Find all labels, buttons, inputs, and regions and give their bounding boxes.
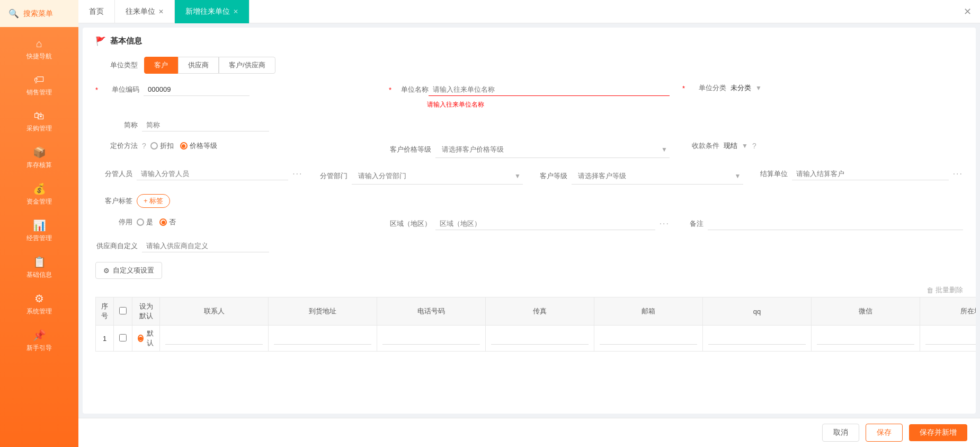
price-level-dropdown-icon[interactable]: ▼ xyxy=(661,146,667,153)
wechat-input[interactable] xyxy=(817,332,914,345)
save-button[interactable]: 保存 xyxy=(866,424,903,442)
sidebar-item-label: 基础信息 xyxy=(26,270,52,279)
batch-delete-label: 批量删除 xyxy=(936,285,963,295)
sales-icon: 🏷 xyxy=(34,74,44,86)
disable-group: 停用 是 否 xyxy=(95,217,376,227)
disable-yes[interactable]: 是 xyxy=(137,217,153,227)
tab-new-counterparty[interactable]: 新增往来单位 ✕ xyxy=(175,0,250,23)
system-icon: ⚙ xyxy=(34,292,44,305)
short-name-input[interactable] xyxy=(142,119,269,132)
contact-table: 序号 设为默认 联系人 到货地址 电话号码 传真 邮箱 qq 微信 所在地区 操… xyxy=(95,297,976,352)
phone-input[interactable] xyxy=(382,332,480,345)
dept-input[interactable] xyxy=(354,170,515,182)
customer-level-group: 客户等级 ▼ xyxy=(536,168,743,185)
payment-terms-dropdown-icon[interactable]: ▼ xyxy=(742,142,748,150)
unit-code-group: * 单位编码 xyxy=(95,83,376,96)
qq-input[interactable] xyxy=(708,332,806,345)
customer-level-label: 客户等级 xyxy=(536,171,567,181)
sidebar-item-system[interactable]: ⚙ 系统管理 xyxy=(0,286,78,322)
btn-customer-supplier[interactable]: 客户/供应商 xyxy=(219,57,275,74)
sidebar-item-finance[interactable]: 💰 资金管理 xyxy=(0,176,78,213)
tab-new-counterparty-close[interactable]: ✕ xyxy=(233,8,238,15)
sidebar-item-basic-info[interactable]: 📋 基础信息 xyxy=(0,249,78,286)
add-tag-button[interactable]: + 标签 xyxy=(137,194,170,208)
tab-counterparty[interactable]: 往来单位 ✕ xyxy=(115,0,175,23)
tab-counterparty-close[interactable]: ✕ xyxy=(158,8,164,15)
disable-label: 停用 xyxy=(95,217,132,227)
col-address: 到货地址 xyxy=(269,297,377,326)
email-input[interactable] xyxy=(600,332,697,345)
supplier-custom-input[interactable] xyxy=(142,240,269,252)
sidebar-item-inventory[interactable]: 📦 库存核算 xyxy=(0,139,78,176)
payment-terms-help-icon[interactable]: ? xyxy=(752,142,756,150)
dept-label: 分管部门 xyxy=(316,171,348,181)
default-radio[interactable]: 默认 xyxy=(138,329,154,348)
col-default: 设为默认 xyxy=(132,297,160,326)
customer-level-input[interactable] xyxy=(574,170,735,182)
sidebar-item-label: 新手引导 xyxy=(26,344,52,353)
unit-category-value: 未分类 xyxy=(730,83,751,93)
sidebar: 🔍 搜索菜单 ⌂ 快捷导航 🏷 销售管理 🛍 采购管理 📦 库存核算 💰 资金管… xyxy=(0,0,78,447)
customer-level-dropdown-icon[interactable]: ▼ xyxy=(735,172,741,180)
customer-level-select-wrap[interactable]: ▼ xyxy=(572,168,743,185)
sidebar-top: 🔍 搜索菜单 xyxy=(0,0,78,27)
settlement-input[interactable] xyxy=(792,168,949,180)
btn-supplier[interactable]: 供应商 xyxy=(178,57,219,74)
region-table-input[interactable] xyxy=(925,332,976,345)
dept-group: 分管部门 ▼ xyxy=(316,168,523,185)
sidebar-item-label: 经营管理 xyxy=(26,234,52,243)
settlement-more-icon[interactable]: ··· xyxy=(953,169,963,179)
finance-icon: 💰 xyxy=(33,182,46,195)
manager-input[interactable] xyxy=(137,168,288,180)
pricing-method-label: 定价方法 xyxy=(95,141,138,151)
disable-no-label: 否 xyxy=(169,217,176,227)
sidebar-item-home[interactable]: ⌂ 快捷导航 xyxy=(0,31,78,67)
form-row-tag: 客户标签 + 标签 xyxy=(95,194,963,208)
sidebar-item-operations[interactable]: 📊 经营管理 xyxy=(0,213,78,249)
custom-settings-button[interactable]: ⚙ 自定义项设置 xyxy=(95,262,162,279)
tab-counterparty-label: 往来单位 xyxy=(126,7,155,16)
default-label: 默认 xyxy=(146,329,154,348)
row-checkbox[interactable] xyxy=(119,334,127,341)
sidebar-item-guide[interactable]: 📌 新手引导 xyxy=(0,322,78,359)
sidebar-item-label: 库存核算 xyxy=(26,161,52,170)
pricing-help-icon[interactable]: ? xyxy=(142,142,146,150)
unit-code-input[interactable] xyxy=(144,83,250,96)
dept-dropdown-icon[interactable]: ▼ xyxy=(514,172,521,180)
remark-input[interactable] xyxy=(708,217,963,230)
sidebar-item-purchase[interactable]: 🛍 采购管理 xyxy=(0,103,78,139)
pricing-radio-group: 折扣 价格等级 xyxy=(150,141,217,151)
unit-name-input[interactable] xyxy=(429,83,670,96)
fax-input[interactable] xyxy=(491,332,589,345)
btn-customer[interactable]: 客户 xyxy=(144,57,178,74)
batch-delete-button[interactable]: 🗑 批量删除 xyxy=(926,285,963,295)
col-contact: 联系人 xyxy=(160,297,269,326)
customer-tag-label: 客户标签 xyxy=(95,196,132,206)
remark-group: 备注 xyxy=(682,217,963,230)
region-more-icon[interactable]: ··· xyxy=(660,219,670,229)
contact-input[interactable] xyxy=(165,332,263,345)
disable-no[interactable]: 否 xyxy=(159,217,176,227)
dept-select-wrap[interactable]: ▼ xyxy=(352,168,523,185)
cancel-button[interactable]: 取消 xyxy=(822,424,859,442)
cell-address xyxy=(269,326,377,352)
sidebar-item-label: 销售管理 xyxy=(26,88,52,97)
disable-no-circle xyxy=(159,218,167,226)
pricing-radio-discount[interactable]: 折扣 xyxy=(150,141,174,151)
address-input[interactable] xyxy=(274,332,371,345)
window-close-icon[interactable]: ✕ xyxy=(964,6,972,17)
sidebar-item-sales[interactable]: 🏷 销售管理 xyxy=(0,67,78,103)
unit-category-label: 单位分类 xyxy=(689,83,726,93)
customer-price-level-select-wrap[interactable]: ▼ xyxy=(435,141,670,158)
select-all-checkbox[interactable] xyxy=(119,307,127,314)
unit-type-row: 单位类型 客户 供应商 客户/供应商 xyxy=(95,57,963,74)
manager-more-icon[interactable]: ··· xyxy=(292,169,302,179)
region-input[interactable] xyxy=(435,217,655,230)
pricing-radio-level[interactable]: 价格等级 xyxy=(180,141,217,151)
save-add-button[interactable]: 保存并新增 xyxy=(909,424,967,441)
category-dropdown-icon[interactable]: ▼ xyxy=(755,84,762,92)
search-label: 搜索菜单 xyxy=(23,9,53,19)
tab-home[interactable]: 首页 xyxy=(78,0,115,23)
search-menu-item[interactable]: 🔍 搜索菜单 xyxy=(0,4,78,23)
settlement-group: 结算单位 ··· xyxy=(756,168,964,180)
